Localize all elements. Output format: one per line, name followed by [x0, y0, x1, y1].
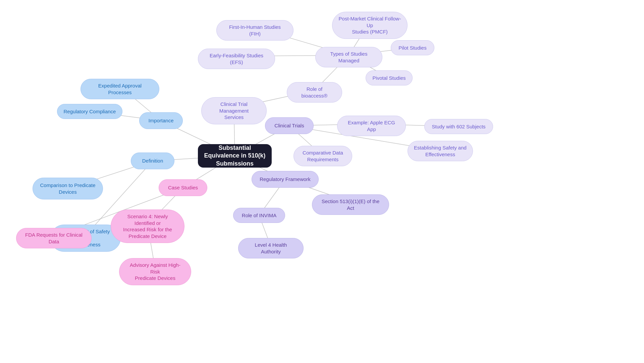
node-regulatory-compliance[interactable]: Regulatory Compliance	[57, 104, 122, 119]
node-example-apple[interactable]: Example: Apple ECG App	[337, 116, 406, 136]
node-early-feasibility[interactable]: Early-Feasibility Studies (EFS)	[198, 49, 275, 69]
node-scenario4[interactable]: Scenario 4: Newly Identified orIncreased…	[111, 209, 184, 243]
node-regulatory-framework[interactable]: Regulatory Framework	[252, 171, 319, 188]
node-pivotal-studies[interactable]: Pivotal Studies	[366, 70, 413, 85]
node-importance[interactable]: Importance	[139, 112, 183, 129]
node-advisory[interactable]: Advisory Against High-RiskPredicate Devi…	[119, 258, 191, 285]
node-pmcf[interactable]: Post-Market Clinical Follow-UpStudies (P…	[332, 12, 408, 39]
node-study-602[interactable]: Study with 602 Subjects	[424, 119, 493, 134]
node-clinical-trial-mgmt[interactable]: Clinical Trial ManagementServices	[201, 97, 267, 124]
node-pilot-studies[interactable]: Pilot Studies	[391, 40, 434, 55]
node-comparison[interactable]: Comparison to PredicateDevices	[33, 178, 103, 199]
node-level4-health[interactable]: Level 4 Health Authority	[238, 238, 304, 258]
node-expedited-approval[interactable]: Expedited Approval Processes	[80, 79, 159, 99]
node-role-bioaccess[interactable]: Role of bioaccess®	[287, 82, 342, 103]
node-definition[interactable]: Definition	[131, 153, 174, 169]
node-case-studies[interactable]: Case Studies	[159, 179, 207, 196]
node-role-invima[interactable]: Role of INVIMA	[233, 208, 285, 223]
node-fda-requests[interactable]: FDA Requests for Clinical Data	[16, 228, 92, 248]
node-clinical-trials[interactable]: Clinical Trials	[265, 117, 314, 134]
node-comparative-data[interactable]: Comparative DataRequirements	[293, 146, 352, 166]
mindmap-container: Substantial Equivalence in 510(k) Submis…	[0, 0, 644, 363]
center-node[interactable]: Substantial Equivalence in 510(k) Submis…	[198, 144, 272, 168]
node-first-in-human[interactable]: First-In-Human Studies (FIH)	[216, 20, 293, 41]
node-types-studies[interactable]: Types of Studies Managed	[315, 47, 382, 67]
node-section-513[interactable]: Section 513(i)(1)(E) of the Act	[312, 194, 389, 215]
node-establishing-safety[interactable]: Establishing Safety andEffectiveness	[408, 141, 473, 161]
